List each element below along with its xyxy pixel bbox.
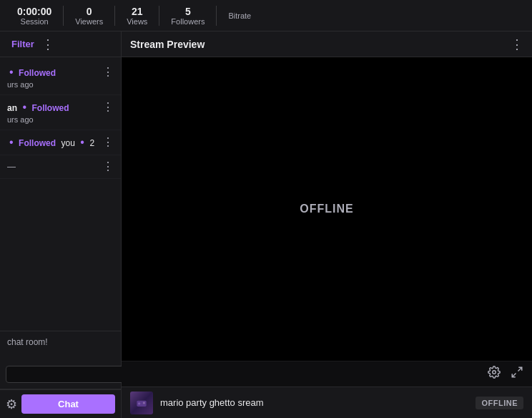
- activity-item: an • Followed ⋮ urs ago: [0, 95, 121, 130]
- chat-input-wrapper: 🙂: [0, 360, 121, 389]
- viewers-stat: 0 Viewers: [64, 6, 115, 26]
- stream-preview-box: OFFLINE: [122, 57, 532, 361]
- svg-point-0: [493, 371, 496, 374]
- activity-name: an: [7, 103, 17, 113]
- activity-text: an • Followed: [7, 101, 69, 114]
- activity-action: Followed: [32, 103, 69, 113]
- activity-action: Followed: [19, 138, 56, 148]
- followers-value: 5: [185, 6, 191, 17]
- game-thumbnail: [130, 392, 153, 414]
- game-bar: mario party ghetto sream OFFLINE: [122, 387, 532, 418]
- filter-button[interactable]: Filter: [7, 37, 39, 51]
- svg-rect-6: [144, 402, 145, 404]
- activity-dot: •: [9, 66, 14, 78]
- activity-suffix: you: [61, 138, 75, 148]
- views-label: Views: [127, 17, 147, 26]
- activity-dot2: •: [80, 136, 84, 148]
- game-offline-badge: OFFLINE: [476, 397, 523, 409]
- activity-more-button[interactable]: ⋮: [102, 161, 114, 172]
- session-label: Session: [21, 17, 49, 26]
- fullscreen-button[interactable]: [511, 366, 523, 382]
- game-title: mario party ghetto sream: [160, 397, 264, 408]
- activity-more-button[interactable]: ⋮: [102, 137, 114, 148]
- chat-button[interactable]: Chat: [21, 394, 115, 414]
- activity-item-header: an • Followed ⋮: [7, 101, 114, 114]
- game-thumbnail-image: [130, 392, 153, 414]
- activity-list: • Followed ⋮ urs ago an • Followed ⋮: [0, 57, 121, 331]
- session-value: 0:00:00: [17, 6, 51, 17]
- activity-item-header: • Followed you • 2 ⋮: [7, 136, 114, 149]
- stream-preview-title: Stream Preview: [130, 39, 205, 50]
- chat-message: chat room!: [7, 337, 48, 347]
- views-value: 21: [132, 6, 143, 17]
- activity-empty: —: [7, 162, 16, 172]
- views-stat: 21 Views: [115, 6, 159, 26]
- activity-item-header: • Followed ⋮: [7, 66, 114, 79]
- activity-more-button[interactable]: ⋮: [102, 102, 114, 113]
- followers-stat: 5 Followers: [159, 6, 217, 26]
- svg-point-4: [138, 402, 140, 404]
- activity-time: urs ago: [7, 115, 114, 124]
- activity-item: • Followed you • 2 ⋮: [0, 130, 121, 155]
- stream-header: Stream Preview ⋮: [122, 31, 532, 57]
- stream-controls: [122, 361, 532, 387]
- bitrate-stat: Bitrate: [217, 11, 262, 20]
- activity-item: • Followed ⋮ urs ago: [0, 60, 121, 95]
- sidebar-more-button[interactable]: ⋮: [41, 38, 54, 51]
- session-stat: 0:00:00 Session: [6, 6, 64, 26]
- chat-input[interactable]: [6, 366, 126, 383]
- offline-text: OFFLINE: [300, 203, 353, 215]
- activity-count: 2: [89, 138, 94, 148]
- activity-dot: •: [9, 136, 14, 148]
- chat-message-area: chat room!: [0, 331, 121, 360]
- sidebar-footer: ⚙ Chat: [0, 389, 121, 418]
- chat-section: chat room! 🙂 ⚙ Chat: [0, 331, 121, 418]
- main-content: Filter ⋮ • Followed ⋮ urs ago an: [0, 31, 532, 418]
- sidebar: Filter ⋮ • Followed ⋮ urs ago an: [0, 31, 122, 418]
- svg-line-2: [512, 374, 516, 377]
- svg-line-1: [518, 367, 522, 371]
- activity-text: • Followed you • 2: [7, 136, 94, 149]
- activity-text: • Followed: [7, 66, 56, 79]
- viewers-value: 0: [87, 6, 92, 17]
- activity-more-button[interactable]: ⋮: [102, 67, 114, 78]
- followers-label: Followers: [171, 17, 205, 26]
- stream-more-button[interactable]: ⋮: [511, 37, 523, 52]
- activity-action: Followed: [19, 68, 56, 78]
- activity-divider-item: — ⋮: [0, 155, 121, 179]
- viewers-label: Viewers: [75, 17, 103, 26]
- settings-icon-button[interactable]: ⚙: [6, 397, 17, 412]
- stream-area: Stream Preview ⋮ OFFLINE: [122, 31, 532, 418]
- stream-settings-button[interactable]: [488, 366, 501, 382]
- sidebar-header: Filter ⋮: [0, 31, 121, 57]
- activity-time: urs ago: [7, 80, 114, 89]
- activity-dot: •: [22, 101, 26, 113]
- bitrate-label: Bitrate: [228, 11, 251, 20]
- stats-bar: 0:00:00 Session 0 Viewers 21 Views 5 Fol…: [0, 0, 532, 31]
